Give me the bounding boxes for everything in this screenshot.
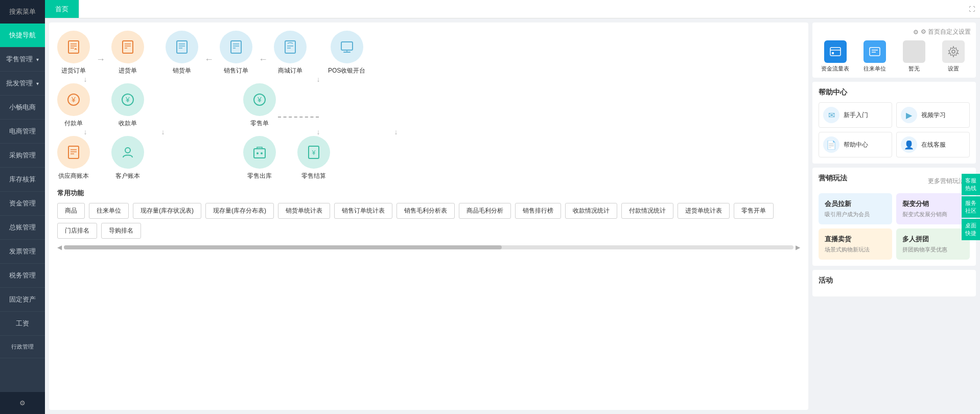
- sidebar-item-purchase[interactable]: 采购管理: [0, 144, 45, 168]
- help-item-beginner[interactable]: ✉ 新手入门: [819, 102, 892, 128]
- qa-item-partner[interactable]: 往来单位: [857, 40, 892, 73]
- wf-node-scdingdan[interactable]: 商城订单: [274, 31, 307, 75]
- content-area: 进货订单 → 进货单: [45, 18, 980, 414]
- svg-rect-20: [343, 52, 351, 53]
- wf-node-xhd[interactable]: 销货单: [166, 31, 198, 75]
- sp14: [191, 128, 213, 136]
- svg-rect-19: [341, 42, 353, 50]
- sidebar-item-assets[interactable]: 固定资产: [0, 288, 45, 312]
- sidebar-search[interactable]: 搜索菜单: [0, 0, 45, 24]
- float-btn-desktop[interactable]: 桌面快捷: [962, 219, 980, 240]
- khzb-icon: [111, 136, 144, 169]
- help-grid: ✉ 新手入门 ▶ 视频学习 📄 帮助中心 👤 在线客服: [819, 102, 970, 157]
- help-item-online[interactable]: 👤 在线客服: [896, 132, 970, 157]
- mkt-item-fission[interactable]: 裂变分销 裂变式发展分销商: [896, 193, 970, 224]
- homepage-settings-label[interactable]: ⚙ 首页自定义设置: [921, 28, 971, 36]
- jhd-icon: [111, 31, 144, 63]
- sidebar-settings-button[interactable]: ⚙: [0, 392, 45, 414]
- wf-node-jhdingdan[interactable]: 进货订单: [57, 31, 90, 75]
- help-item-helpcenter[interactable]: 📄 帮助中心: [819, 132, 892, 157]
- xsd-label: 销售订单: [224, 66, 248, 75]
- mkt-item-member[interactable]: 会员拉新 吸引用户成为会员: [819, 193, 892, 224]
- qa-item-settings[interactable]: 设置: [936, 40, 971, 73]
- sidebar-item-finance[interactable]: 资金管理: [0, 192, 45, 216]
- sidebar-item-salary[interactable]: 工资: [0, 312, 45, 336]
- mkt-item-group[interactable]: 多人拼团 拼团购物享受优惠: [896, 228, 970, 260]
- fkd-label: 付款单: [64, 119, 83, 128]
- qa-item-cashflow[interactable]: 资金流量表: [818, 40, 853, 73]
- sp6: [346, 75, 368, 83]
- svg-text:¥: ¥: [125, 96, 130, 104]
- sidebar-item-ecommerce[interactable]: 电商管理: [0, 120, 45, 144]
- scroll-left-arrow[interactable]: ◀: [57, 244, 62, 251]
- help-center-title: 帮助中心: [819, 88, 970, 97]
- wf-node-lsd[interactable]: ¥ 零售单: [243, 83, 276, 128]
- func-btn-partner[interactable]: 往来单位: [89, 203, 129, 219]
- workflow-row2: ¥ 付款单 ¥ 收款单: [57, 83, 800, 128]
- tab-home[interactable]: 首页: [45, 0, 79, 18]
- down-arr2: ↓: [290, 75, 346, 83]
- svg-rect-8: [177, 41, 187, 53]
- func-btn-purchasestat[interactable]: 进货单统计表: [678, 203, 730, 219]
- wf-node-lsjsuan[interactable]: ¥ 零售结算: [297, 136, 330, 180]
- wf-node-khzb[interactable]: 客户账本: [111, 136, 144, 180]
- lsjsuan-label: 零售结算: [301, 172, 326, 180]
- wholesale-arrow: ▾: [36, 81, 39, 86]
- func-btn-salesrank[interactable]: 销售排行榜: [515, 203, 561, 219]
- workflow-diagram: 进货订单 → 进货单: [57, 31, 800, 180]
- float-btn-hotline[interactable]: 客服热线: [962, 174, 980, 195]
- sp7: [368, 75, 424, 83]
- svg-text:¥: ¥: [312, 149, 316, 156]
- right-panel: ⚙ ⚙ 首页自定义设置 资金流量表 往来单位: [812, 22, 976, 410]
- func-btn-guide-rank[interactable]: 导购排名: [101, 223, 141, 239]
- cashflow-label: 资金流量表: [821, 65, 849, 73]
- khzb-label: 客户账本: [115, 172, 140, 180]
- workflow-row3: 供应商账本 客户账本: [57, 136, 800, 180]
- func-btn-payments[interactable]: 付款情况统计: [621, 203, 673, 219]
- maximize-button[interactable]: ⛶: [964, 6, 980, 13]
- func-btn-receipts[interactable]: 收款情况统计: [565, 203, 617, 219]
- wf-node-xsdingdan[interactable]: 销售订单: [220, 31, 252, 75]
- func-btn-prodprofit[interactable]: 商品毛利分析: [459, 203, 511, 219]
- down-arr6: ↓: [368, 128, 424, 136]
- wf-node-skd[interactable]: ¥ 收款单: [111, 83, 144, 128]
- gys-label: 供应商账本: [58, 172, 89, 180]
- sidebar-item-xiaochang[interactable]: 小畅电商: [0, 96, 45, 120]
- func-btn-product[interactable]: 商品: [57, 203, 85, 219]
- mkt-item-live[interactable]: 直播卖货 场景式购物新玩法: [819, 228, 892, 260]
- beginner-label: 新手入门: [844, 111, 868, 120]
- partner-icon: [864, 40, 886, 63]
- func-btn-retail-order[interactable]: 零售开单: [734, 203, 774, 219]
- func-btn-stock1[interactable]: 现存量(库存状况表): [133, 203, 201, 219]
- wf-node-gys[interactable]: 供应商账本: [57, 136, 90, 180]
- sidebar-item-wholesale[interactable]: 批发管理 ▾: [0, 72, 45, 96]
- scroll-right-arrow[interactable]: ▶: [796, 244, 800, 251]
- sidebar-item-invoice[interactable]: 发票管理: [0, 240, 45, 264]
- jhdingdan-icon: [57, 31, 90, 63]
- sidebar-item-inventory[interactable]: 库存核算: [0, 168, 45, 192]
- scroll-track[interactable]: [64, 245, 794, 249]
- wf-node-fkd[interactable]: ¥ 付款单: [57, 83, 90, 128]
- func-btn-store-rank[interactable]: 门店排名: [57, 223, 97, 239]
- qa-item-none[interactable]: 暂无: [896, 40, 931, 73]
- func-btn-stock2[interactable]: 现存量(库存分布表): [205, 203, 274, 219]
- sidebar-item-admin[interactable]: 行政管理: [0, 336, 45, 358]
- helpcenter-label: 帮助中心: [844, 141, 868, 149]
- help-item-video[interactable]: ▶ 视频学习: [896, 102, 970, 128]
- func-btn-orderstat[interactable]: 销售订单统计表: [334, 203, 392, 219]
- func-btn-profitanalysis[interactable]: 销售毛利分析表: [396, 203, 455, 219]
- partner-label: 往来单位: [864, 65, 886, 73]
- wf-node-pos[interactable]: POS收银开台: [328, 31, 365, 75]
- main-area: 首页 ⛶ 进货订单 →: [45, 0, 980, 414]
- sidebar-item-ledger[interactable]: 总账管理: [0, 216, 45, 240]
- wf-node-jhd[interactable]: 进货单: [111, 31, 144, 75]
- sidebar-item-retail[interactable]: 零售管理 ▾: [0, 48, 45, 72]
- sidebar-item-quick-nav[interactable]: 快捷导航: [0, 24, 45, 48]
- wf-node-lsck[interactable]: 零售出库: [243, 136, 276, 180]
- scrollbar-row: ◀ ▶: [57, 244, 800, 251]
- float-btn-community[interactable]: 服务社区: [962, 196, 980, 218]
- svg-rect-38: [830, 48, 841, 56]
- jhd-label: 进货单: [119, 66, 137, 75]
- func-btn-salesstat[interactable]: 销货单统计表: [278, 203, 330, 219]
- sidebar-item-tax[interactable]: 税务管理: [0, 264, 45, 288]
